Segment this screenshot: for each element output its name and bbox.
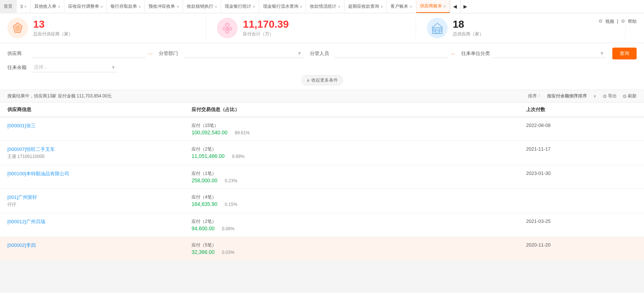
result-bar: 搜索结果中，供应商13家 应付金额 111,703,854.00元 排序： 按应… <box>0 90 644 103</box>
stat-suppliers-text: 18 总供应商（家） <box>453 19 484 37</box>
collapse-label: 收起更多条件 <box>311 77 338 83</box>
tab-cash-flow-label: 现金银行流水查询 <box>263 3 298 10</box>
tx-amount-4[interactable]: 164,635.90 <box>192 201 217 207</box>
col-header-supplier: 供应商信息 <box>7 106 192 113</box>
sort-value[interactable]: 按应付余额倒序排序 <box>547 93 587 99</box>
tx-label-1: 应付（15笔） <box>192 123 526 129</box>
tab-collection-exec-label: 收款核销执行 <box>187 3 213 10</box>
transaction-info-6: 应付（5笔） 32,366.00 0.03% <box>192 242 526 255</box>
supplier-name-5[interactable]: [000012]广州贝瑞 <box>7 219 45 224</box>
close-icon[interactable]: × <box>300 4 302 9</box>
supplier-name-1[interactable]: [000001]张三 <box>7 123 36 128</box>
tx-amount-6[interactable]: 32,366.00 <box>192 249 214 255</box>
person-ellipsis[interactable]: ··· <box>451 51 455 56</box>
tab-collection-stats-label: 收款情况统计 <box>310 3 336 10</box>
tab-cash-flow[interactable]: 现金银行流水查询 × <box>259 0 306 13</box>
sort-label: 排序： <box>528 93 541 99</box>
table-row[interactable]: [000100]本特勤油品有限公司 应付（1笔） 258,000.00 0.23… <box>0 165 644 189</box>
close-icon[interactable]: × <box>381 4 383 9</box>
nav-next-arrow[interactable]: ▶ <box>460 0 470 13</box>
video-link[interactable]: 视频 <box>605 18 614 25</box>
supplier-name-4[interactable]: [001]广州荣轩 <box>7 194 37 200</box>
search-button[interactable]: 查询 <box>612 48 637 59</box>
tab-adjustment[interactable]: 应收应付调整单 × <box>64 0 107 13</box>
transaction-info-2: 应付（2笔） 11,051,486.00 9.89% <box>192 146 526 159</box>
close-icon[interactable]: × <box>58 4 60 9</box>
close-icon[interactable]: × <box>253 4 255 9</box>
tab-home-label: 首页 <box>4 3 13 10</box>
supplier-name-2[interactable]: [000007]恒旺二手叉车 <box>7 146 55 152</box>
tx-percent-2: 9.89% <box>232 154 245 159</box>
table-row[interactable]: [000007]恒旺二手叉车 王通 17106110000 应付（2笔） 11,… <box>0 141 644 165</box>
supplier-label: 供应商 <box>7 50 29 57</box>
tab-cash-bank-stats[interactable]: 现金银行统计 × <box>221 0 259 13</box>
tx-amount-1[interactable]: 100,092,540.00 <box>192 130 227 135</box>
svg-point-4 <box>229 27 232 30</box>
close-icon[interactable]: × <box>215 4 217 9</box>
category-select[interactable]: ▼ <box>492 49 607 58</box>
tab-prepaid[interactable]: 预收冲应收单 × <box>145 0 183 13</box>
close-icon[interactable]: × <box>410 4 412 9</box>
tab-other-income[interactable]: 其他收入单 × <box>31 0 64 13</box>
department-select[interactable]: ▼ <box>183 49 304 58</box>
close-icon[interactable]: × <box>176 4 179 9</box>
stat-total-text: 11,170.39 应付合计（万） <box>243 19 289 37</box>
chevron-down-icon: ▼ <box>297 51 302 56</box>
refresh-label: 刷新 <box>628 93 637 99</box>
close-icon[interactable]: × <box>338 4 340 9</box>
tab-bank-deposit[interactable]: 银行存取款单 × <box>107 0 145 13</box>
person-input[interactable] <box>334 49 448 58</box>
chevron-down-icon: ▼ <box>111 65 116 70</box>
tx-label-4: 应付（4笔） <box>192 194 526 200</box>
close-icon[interactable]: × <box>444 4 446 8</box>
tab-overdue-query[interactable]: 超期应收款查询 × <box>344 0 387 13</box>
supplier-ellipsis[interactable]: ··· <box>148 51 153 56</box>
tab-collection-exec[interactable]: 收款核销执行 × <box>183 0 221 13</box>
tab-supplier-account[interactable]: 供应商账本 × <box>416 0 450 13</box>
supplier-sub-2: 王通 17106110000 <box>7 154 192 160</box>
tx-label-2: 应付（2笔） <box>192 146 526 152</box>
supplier-name-6[interactable]: [000002]李四 <box>7 242 36 248</box>
stat-payable-text: 13 总应付供应商（家） <box>33 19 73 37</box>
table-row[interactable]: [000002]李四 应付（5笔） 32,366.00 0.03% 2020-1… <box>0 237 644 261</box>
result-summary: 搜索结果中，供应商13家 应付金额 111,703,854.00元 <box>7 93 112 99</box>
tab-supplier-account-label: 供应商账本 <box>420 3 442 9</box>
help-link[interactable]: 帮助 <box>628 18 637 25</box>
transaction-info-3: 应付（1笔） 258,000.00 0.23% <box>192 170 526 183</box>
refresh-icon: ⊙ <box>623 93 627 99</box>
supplier-sub-4: 仔仔 <box>7 201 192 208</box>
export-button[interactable]: ⊙ 导出 <box>603 93 617 99</box>
tx-amount-3[interactable]: 258,000.00 <box>192 177 217 183</box>
tab-collection-stats[interactable]: 收款情况统计 × <box>306 0 344 13</box>
transaction-info-4: 应付（4笔） 164,635.90 0.15% <box>192 194 526 207</box>
close-icon[interactable]: × <box>139 4 141 9</box>
balance-select[interactable]: 选择... ▼ <box>32 62 118 72</box>
tx-percent-3: 0.23% <box>225 178 237 183</box>
tab-3[interactable]: 3 × <box>17 0 31 13</box>
table-row[interactable]: [001]广州荣轩 仔仔 应付（4笔） 164,635.90 0.15% <box>0 189 644 213</box>
svg-point-5 <box>226 30 229 33</box>
supplier-info-5: [000012]广州贝瑞 <box>7 218 192 225</box>
close-icon[interactable]: × <box>24 4 27 9</box>
refresh-button[interactable]: ⊙ 刷新 <box>623 93 637 99</box>
table-row[interactable]: [000001]张三 应付（15笔） 100,092,540.00 89.61%… <box>0 117 644 141</box>
supplier-input[interactable] <box>32 49 146 58</box>
top-right-links: ⊙ 视频 | ⊙ 帮助 <box>599 18 637 25</box>
shop-icon <box>427 18 448 38</box>
tab-home[interactable]: 首页 <box>0 0 17 13</box>
tab-other-income-label: 其他收入单 <box>34 3 56 10</box>
svg-rect-10 <box>435 30 439 34</box>
tx-amount-2[interactable]: 11,051,486.00 <box>192 153 225 159</box>
svg-point-2 <box>225 23 229 27</box>
help-icon: ⊙ <box>621 18 625 25</box>
tab-customer-account[interactable]: 客户账本 × <box>387 0 416 13</box>
category-label: 往来单位分类 <box>461 50 490 57</box>
tx-amount-5[interactable]: 94,600.00 <box>192 225 214 231</box>
collapse-button[interactable]: ∧ 收起更多条件 <box>302 75 343 85</box>
tx-percent-4: 0.15% <box>225 202 237 207</box>
table-row[interactable]: [000012]广州贝瑞 应付（2笔） 94,600.00 0.08% 2021… <box>0 213 644 237</box>
close-icon[interactable]: × <box>101 4 103 9</box>
filter-balance: 往来余额 选择... ▼ <box>7 62 118 72</box>
nav-prev-arrow[interactable]: ◀ <box>450 0 460 13</box>
supplier-name-3[interactable]: [000100]本特勤油品有限公司 <box>7 171 69 176</box>
